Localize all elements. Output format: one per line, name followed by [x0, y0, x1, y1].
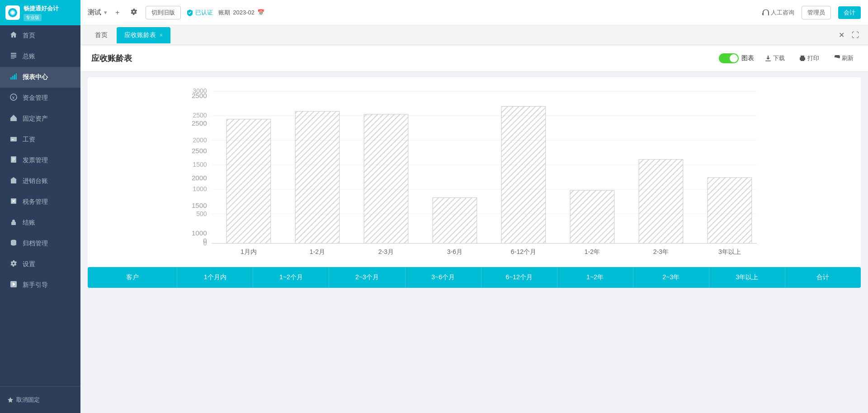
sidebar-item-assets[interactable]: 固定资产 — [0, 108, 80, 129]
assets-icon — [9, 114, 18, 123]
svg-rect-27 — [11, 222, 16, 225]
refresh-label: 刷新 — [842, 54, 854, 62]
app-name-block: 畅捷通好会计 专业版 — [24, 5, 59, 21]
sidebar-logo: 畅捷通好会计 专业版 — [0, 0, 80, 25]
settings-button[interactable] — [127, 6, 140, 19]
svg-text:1-2年: 1-2年 — [585, 248, 600, 255]
refresh-icon — [834, 55, 840, 61]
sidebar-item-close[interactable]: 结账 — [0, 212, 80, 233]
service-label: 人工咨询 — [771, 9, 794, 17]
sidebar-item-ledger[interactable]: 总账 — [0, 46, 80, 67]
chart-toggle-wrapper[interactable]: 图表 — [719, 53, 754, 63]
svg-rect-68 — [295, 111, 340, 243]
expand-panel-button[interactable]: ⛶ — [850, 29, 861, 41]
ledger-icon — [9, 52, 18, 61]
gear-icon — [130, 8, 137, 15]
tab-home-label: 首页 — [95, 31, 108, 39]
print-label: 打印 — [807, 54, 819, 62]
svg-text:1500: 1500 — [193, 161, 207, 168]
pin-icon — [7, 397, 14, 403]
bar-chart: 2500 2500 2500 2000 1500 1000 500 0 — [97, 86, 847, 258]
svg-text:3-6月: 3-6月 — [447, 248, 462, 255]
table-header-1-2y: 1~2年 — [557, 267, 633, 288]
svg-text:0: 0 — [203, 239, 207, 247]
app-edition-badge: 专业版 — [24, 14, 42, 21]
sidebar-item-archive[interactable]: 归档管理 — [0, 233, 80, 254]
svg-text:2-3年: 2-3年 — [653, 248, 669, 255]
svg-rect-72 — [570, 190, 614, 243]
project-dropdown-icon[interactable]: ▾ — [104, 9, 107, 16]
close-icon: ✕ — [839, 31, 844, 39]
svg-text:6-12个月: 6-12个月 — [511, 248, 536, 255]
download-button[interactable]: 下载 — [761, 52, 788, 64]
sidebar-label-tax: 税务管理 — [23, 198, 48, 206]
svg-point-1 — [11, 11, 14, 14]
print-button[interactable]: 打印 — [796, 52, 823, 64]
table-header-1-2m: 1~2个月 — [253, 267, 329, 288]
sidebar-label-funds: 资金管理 — [23, 94, 48, 102]
svg-rect-15 — [10, 137, 17, 138]
table-header-3y-plus: 3年以上 — [709, 267, 785, 288]
svg-rect-12 — [10, 118, 17, 121]
table-header-total: 合计 — [785, 267, 861, 288]
svg-rect-67 — [226, 119, 271, 244]
svg-rect-4 — [11, 56, 16, 57]
sidebar-item-inventory[interactable]: 进销台账 — [0, 171, 80, 192]
sidebar-item-reports[interactable]: 报表中心 — [0, 67, 80, 88]
refresh-button[interactable]: 刷新 — [830, 52, 857, 64]
certified-label: 已认证 — [195, 9, 213, 17]
svg-rect-74 — [708, 178, 752, 243]
svg-rect-70 — [433, 197, 477, 243]
sidebar-label-guide: 新手引导 — [23, 281, 48, 289]
sidebar-label-reports: 报表中心 — [23, 73, 48, 81]
sidebar-label-salary: 工资 — [23, 136, 35, 144]
role-button[interactable]: 会计 — [838, 6, 861, 19]
invoice-icon — [9, 156, 18, 165]
project-name: 测试 — [88, 8, 101, 17]
sidebar-label-archive: 归档管理 — [23, 239, 48, 248]
table-header-customer: 客户 — [88, 267, 177, 288]
sidebar-item-guide[interactable]: 新手引导 — [0, 275, 80, 296]
close-accounts-icon — [9, 218, 18, 227]
period-label: 账期 — [218, 9, 230, 17]
calendar-icon[interactable]: 📅 — [257, 9, 264, 16]
cancel-fixed-button[interactable]: 取消固定 — [0, 391, 80, 408]
page-title: 应收账龄表 — [91, 53, 132, 64]
tab-home[interactable]: 首页 — [88, 27, 115, 43]
page-actions: 图表 下载 打印 刷新 — [719, 52, 857, 64]
close-panel-button[interactable]: ✕ — [837, 29, 846, 41]
sidebar-label-inventory: 进销台账 — [23, 177, 48, 185]
salary-icon — [9, 135, 18, 144]
user-button[interactable]: 管理员 — [802, 6, 831, 19]
download-label: 下载 — [773, 54, 785, 62]
tab-ar-aging[interactable]: 应收账龄表 × — [117, 27, 170, 43]
table-container: 客户 1个月内 1~2个月 2~3个月 3~6个月 6~12个月 1~2年 2~… — [88, 267, 861, 288]
sidebar-item-salary[interactable]: 工资 — [0, 129, 80, 150]
tabbar-right-buttons: ✕ ⛶ — [837, 29, 861, 41]
sidebar-item-settings[interactable]: 设置 — [0, 254, 80, 275]
svg-rect-8 — [14, 75, 15, 80]
user-label: 管理员 — [807, 9, 825, 16]
switch-old-version-button[interactable]: 切到旧版 — [146, 6, 181, 19]
download-icon — [765, 55, 771, 61]
chart-toggle[interactable] — [719, 53, 739, 63]
project-selector[interactable]: 测试 ▾ — [88, 8, 107, 17]
sidebar-item-invoice[interactable]: 发票管理 — [0, 150, 80, 171]
sidebar-item-funds[interactable]: ¥ 资金管理 — [0, 88, 80, 108]
sidebar-nav: 首页 总账 报表中心 ¥ 资金管理 固定资产 — [0, 25, 80, 386]
funds-icon: ¥ — [9, 94, 18, 103]
svg-text:1000: 1000 — [192, 229, 207, 237]
guide-icon — [9, 281, 18, 290]
cancel-fixed-label: 取消固定 — [16, 396, 40, 404]
service-button[interactable]: 人工咨询 — [762, 9, 794, 17]
main-area: 测试 ▾ + 切到旧版 已认证 账期 2023-02 📅 — [80, 0, 868, 413]
sidebar-label-invoice: 发票管理 — [23, 156, 48, 164]
sidebar-item-tax[interactable]: 税务管理 — [0, 192, 80, 212]
tab-close-icon[interactable]: × — [160, 32, 163, 38]
sidebar-item-home[interactable]: 首页 — [0, 25, 80, 46]
add-button[interactable]: + — [113, 7, 122, 19]
svg-rect-73 — [639, 160, 683, 244]
content-scroll[interactable]: 应收账龄表 图表 下载 — [80, 45, 868, 413]
reports-icon — [9, 73, 18, 82]
tab-ar-aging-label: 应收账龄表 — [124, 31, 156, 39]
